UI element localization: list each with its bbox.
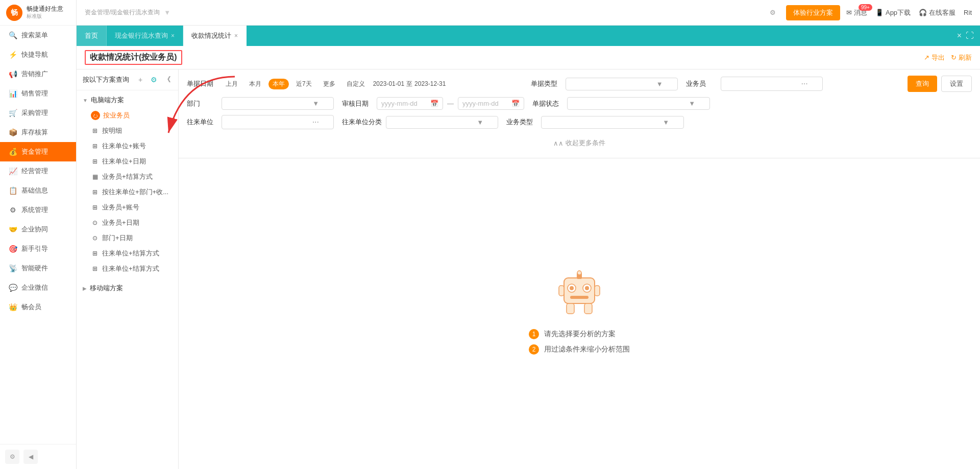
salesperson-select[interactable]: ···: [721, 77, 823, 91]
tree-section-desktop-header[interactable]: ▼ 电脑端方案: [77, 92, 178, 108]
review-date-from[interactable]: yyyy-mm-dd 📅: [377, 97, 443, 110]
tab-bank-flow[interactable]: 现金银行流水查询 ×: [107, 26, 183, 46]
tree-item-salesperson-date[interactable]: ⊙ 业务员+日期: [77, 215, 178, 230]
export-button[interactable]: ↗ 导出: [924, 53, 945, 62]
sidebar-item-guide[interactable]: 🎯 新手引导: [0, 239, 76, 259]
tree-item-salesperson-settle[interactable]: ▦ 业务员+结算方式: [77, 169, 178, 184]
logo-icon: 畅: [6, 5, 22, 21]
step-2-text: 用过滤条件来缩小分析范围: [544, 345, 630, 354]
tree-item-by-salesperson-label: 按业务员: [103, 111, 130, 120]
smart-hw-icon: 📡: [8, 264, 17, 273]
calendar-icon-left[interactable]: 📅: [430, 100, 438, 107]
refresh-icon: ↻: [951, 54, 957, 61]
sidebar-item-system[interactable]: ⚙ 系统管理: [0, 200, 76, 220]
sidebar-settings-button[interactable]: ⚙: [5, 450, 19, 464]
tree-item-unit-date[interactable]: ⊞ 往来单位+日期: [77, 154, 178, 169]
partner-category-select[interactable]: ▼: [386, 116, 498, 129]
step-number-2: 2: [529, 344, 539, 355]
doctype-dropdown-icon: ▼: [656, 80, 663, 88]
sidebar-item-purchase[interactable]: 🛒 采购管理: [0, 103, 76, 123]
right-panel: 单据日期 上月 本月 本年 近7天 更多 自定义 2023-01-01 至: [179, 69, 980, 469]
doctype-select[interactable]: ▼: [566, 78, 678, 90]
date-tab-custom[interactable]: 自定义: [342, 79, 369, 89]
dept-select[interactable]: ▼: [222, 97, 334, 110]
docstatus-dropdown-icon: ▼: [689, 100, 695, 107]
add-scheme-button[interactable]: +: [135, 75, 145, 85]
online-service-link[interactable]: 🎧 在线客服: [919, 8, 955, 17]
topbar-gear-button[interactable]: ⚙: [766, 6, 780, 20]
dept-dropdown-icon: ▼: [312, 100, 319, 107]
biztype-select[interactable]: ▼: [541, 116, 684, 129]
svg-rect-11: [584, 303, 592, 314]
tree-item-unit-account[interactable]: ⊞ 往来单位+账号: [77, 138, 178, 154]
clock-icon-1: ⊙: [91, 219, 99, 227]
basic-info-icon: 📋: [8, 186, 17, 195]
trial-button[interactable]: 体验行业方案: [786, 5, 840, 20]
collapse-panel-button[interactable]: 《: [162, 75, 172, 85]
tab-close-all-icon[interactable]: ×: [957, 31, 962, 40]
sidebar-item-wechat[interactable]: 💬 企业微信: [0, 278, 76, 297]
partner-input[interactable]: ···: [222, 115, 334, 129]
date-tab-7days[interactable]: 近7天: [292, 79, 316, 89]
tab-home[interactable]: 首页: [77, 26, 107, 46]
sidebar-item-member[interactable]: 👑 畅会员: [0, 297, 76, 317]
date-tab-more[interactable]: 更多: [319, 79, 339, 89]
sidebar-item-sales[interactable]: 📊 销售管理: [0, 84, 76, 103]
sidebar-item-basic-info[interactable]: 📋 基础信息: [0, 181, 76, 200]
docstatus-select[interactable]: ▼: [567, 97, 710, 110]
tree-item-dept-date[interactable]: ⊙ 部门+日期: [77, 230, 178, 246]
sidebar-item-smart-hw[interactable]: 📡 智能硬件: [0, 259, 76, 278]
sidebar-item-inventory[interactable]: 📦 库存核算: [0, 123, 76, 142]
date-range: 2023-01-01 至 2023-12-31: [373, 80, 446, 88]
left-panel: 按以下方案查询 + ⚙ 《 ▼ 电脑端方案 ⭮ 按业务员 ⊞: [77, 69, 179, 469]
wechat-icon: 💬: [8, 283, 17, 292]
tree-item-by-detail[interactable]: ⊞ 按明细: [77, 123, 178, 138]
svg-point-4: [585, 286, 589, 290]
sidebar-item-search[interactable]: 🔍 搜索菜单: [0, 26, 76, 45]
doctype-filter-label: 单据类型: [531, 79, 561, 88]
tree-item-unit-settle2[interactable]: ⊞ 往来单位+结算方式: [77, 261, 178, 276]
tree-item-unit-settle1[interactable]: ⊞ 往来单位+结算方式: [77, 246, 178, 261]
sidebar-item-operation[interactable]: 📈 经营管理: [0, 161, 76, 181]
biztype-filter-label: 业务类型: [506, 118, 537, 127]
tree-section-mobile-header[interactable]: ▶ 移动端方案: [77, 280, 178, 296]
tab-maximize-icon[interactable]: ⛶: [966, 31, 974, 40]
sidebar-collapse-button[interactable]: ◀: [23, 450, 38, 464]
sidebar-item-quick-nav[interactable]: ⚡ 快捷导航: [0, 45, 76, 64]
date-tab-this-month[interactable]: 本月: [245, 79, 265, 89]
marketing-icon: 📢: [8, 69, 17, 79]
refresh-button[interactable]: ↻ 刷新: [951, 53, 972, 62]
message-badge: 99+: [859, 4, 872, 11]
left-panel-header: 按以下方案查询 + ⚙ 《: [77, 69, 178, 90]
grid-icon-5: ⊞: [91, 203, 99, 212]
set-button[interactable]: 设置: [941, 76, 972, 92]
tab-receipt-stats[interactable]: 收款情况统计 ×: [183, 26, 247, 46]
breadcrumb-dropdown-icon[interactable]: ▼: [164, 9, 170, 16]
app-download-link[interactable]: 📱 App下载: [875, 8, 911, 17]
page-header-actions: ↗ 导出 ↻ 刷新: [924, 53, 972, 62]
collapse-filter-button[interactable]: ∧∧ 收起更多条件: [187, 134, 972, 152]
calendar-icon-right[interactable]: 📅: [511, 100, 520, 107]
quick-nav-icon: ⚡: [8, 50, 17, 59]
message-button[interactable]: ✉ 消息 99+: [846, 8, 867, 17]
brand-name: 畅捷通好生意: [27, 5, 63, 13]
salesperson-more-icon[interactable]: ···: [801, 79, 807, 88]
sidebar-item-marketing[interactable]: 📢 营销推广: [0, 64, 76, 84]
query-button[interactable]: 查询: [908, 76, 937, 92]
grid-icon-4: ⊞: [91, 188, 99, 196]
scheme-settings-button[interactable]: ⚙: [149, 75, 159, 85]
tree-item-salesperson-account[interactable]: ⊞ 业务员+账号: [77, 200, 178, 215]
date-filter-label: 单据日期: [187, 79, 217, 88]
date-tab-this-year[interactable]: 本年: [268, 79, 289, 89]
tree-item-unit-dept[interactable]: ⊞ 按往来单位+部门+收...: [77, 184, 178, 200]
partner-more-icon[interactable]: ···: [312, 118, 319, 127]
sidebar-item-corp[interactable]: 🤝 企业协同: [0, 220, 76, 239]
tab-bank-flow-close-icon[interactable]: ×: [171, 32, 175, 39]
sidebar-item-finance[interactable]: 💰 资金管理: [0, 142, 76, 161]
date-tab-last-month[interactable]: 上月: [222, 79, 242, 89]
user-avatar[interactable]: Rit: [964, 9, 972, 16]
sidebar-logo: 畅 畅捷通好生意 标准版: [0, 0, 76, 26]
review-date-to[interactable]: yyyy-mm-dd 📅: [458, 97, 524, 110]
tab-receipt-stats-close-icon[interactable]: ×: [234, 32, 238, 39]
tree-item-by-salesperson[interactable]: ⭮ 按业务员: [77, 108, 178, 123]
